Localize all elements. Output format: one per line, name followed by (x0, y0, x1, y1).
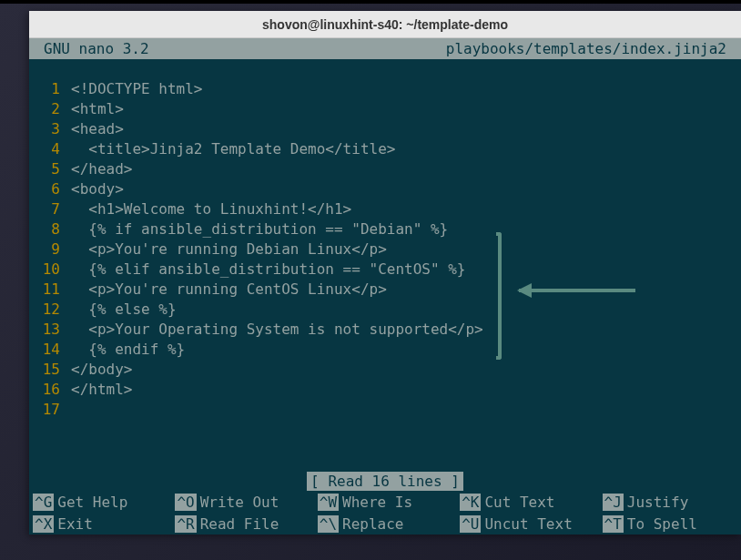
code-text: <head> (64, 119, 124, 139)
code-line[interactable]: 5</head> (29, 159, 741, 179)
shortcut-key: ^T (603, 515, 624, 533)
shortcut-key: ^G (33, 494, 54, 511)
nano-filepath: playbooks/templates/index.jinja2 (149, 40, 730, 57)
line-number: 17 (29, 400, 64, 420)
shortcut-item: ^KCut Text (456, 491, 598, 513)
shortcut-key: ^W (318, 494, 339, 511)
code-line[interactable]: 14 {% endif %} (29, 340, 741, 360)
line-number: 5 (29, 159, 64, 179)
line-number: 8 (29, 219, 64, 239)
annotation-arrow-icon (519, 289, 635, 292)
code-line[interactable]: 12 {% else %} (29, 300, 741, 320)
editor-area[interactable]: 1<!DOCTYPE html>2<html>3<head>4 <title>J… (29, 59, 741, 420)
code-line[interactable]: 10 {% elif ansible_distribution == "Cent… (29, 260, 741, 280)
shortcut-label: Cut Text (484, 494, 554, 511)
shortcut-key: ^\ (318, 515, 339, 533)
code-line[interactable]: 16</html> (29, 380, 741, 400)
line-number: 2 (29, 99, 64, 119)
shortcut-item: ^\Replace (314, 513, 456, 535)
line-number: 16 (29, 380, 64, 400)
window-title: shovon@linuxhint-s40: ~/template-demo (262, 17, 508, 32)
line-number: 3 (29, 119, 64, 139)
shortcut-key: ^U (460, 515, 481, 533)
line-number: 10 (29, 260, 64, 280)
code-text (64, 400, 71, 420)
code-text: <h1>Welcome to Linuxhint!</h1> (64, 199, 351, 219)
shortcut-label: Where Is (342, 494, 412, 511)
code-line[interactable]: 4 <title>Jinja2 Template Demo</title> (29, 139, 741, 159)
annotation-bracket (496, 232, 502, 360)
shortcut-key: ^R (175, 515, 196, 533)
shortcut-item: ^RRead File (171, 513, 313, 535)
shortcut-item: ^JJustify (599, 491, 741, 513)
terminal-window: shovon@linuxhint-s40: ~/template-demo GN… (29, 11, 741, 535)
line-number: 13 (29, 320, 64, 340)
code-text: <title>Jinja2 Template Demo</title> (64, 139, 395, 159)
shortcut-label: Uncut Text (484, 515, 572, 533)
nano-shortcuts: ^GGet Help^OWrite Out^WWhere Is^KCut Tex… (29, 491, 741, 535)
shortcut-label: Replace (342, 515, 403, 533)
shortcut-label: Exit (57, 515, 93, 533)
line-number: 15 (29, 360, 64, 380)
window-titlebar[interactable]: shovon@linuxhint-s40: ~/template-demo (29, 11, 741, 38)
code-line[interactable]: 3<head> (29, 119, 741, 139)
code-text: </head> (64, 159, 132, 179)
code-text: <p>You're running Debian Linux</p> (64, 239, 387, 260)
nano-header: GNU nano 3.2 playbooks/templates/index.j… (29, 38, 741, 59)
shortcut-item: ^TTo Spell (599, 513, 741, 535)
code-line[interactable]: 17 (29, 400, 741, 420)
shortcut-item: ^UUncut Text (456, 513, 598, 535)
status-badge: [ Read 16 lines ] (307, 472, 463, 491)
shortcut-label: Justify (627, 494, 688, 511)
code-line[interactable]: 1<!DOCTYPE html> (29, 79, 741, 99)
line-number: 4 (29, 139, 64, 159)
code-text: <html> (64, 99, 124, 119)
shortcut-key: ^X (33, 515, 54, 533)
nano-app-name: GNU nano 3.2 (40, 40, 149, 57)
code-line[interactable]: 8 {% if ansible_distribution == "Debian"… (29, 219, 741, 239)
line-number: 6 (29, 179, 64, 199)
shortcut-item: ^OWrite Out (171, 491, 313, 513)
shortcut-key: ^K (460, 494, 481, 511)
code-text: <body> (64, 179, 124, 199)
code-text: <!DOCTYPE html> (64, 79, 203, 99)
code-text: </html> (64, 380, 132, 400)
code-line[interactable]: 2<html> (29, 99, 741, 119)
code-line[interactable]: 6<body> (29, 179, 741, 199)
shortcut-key: ^O (175, 494, 196, 511)
line-number: 9 (29, 239, 64, 260)
code-text: </body> (64, 360, 132, 380)
shortcut-label: To Spell (627, 515, 697, 533)
shortcut-label: Write Out (200, 494, 279, 511)
code-line[interactable]: 7 <h1>Welcome to Linuxhint!</h1> (29, 199, 741, 219)
shortcut-item: ^GGet Help (29, 491, 171, 513)
line-number: 7 (29, 199, 64, 219)
shortcut-item: ^WWhere Is (314, 491, 456, 513)
line-number: 14 (29, 340, 64, 360)
code-line[interactable]: 15</body> (29, 360, 741, 380)
code-line[interactable]: 13 <p>Your Operating System is not suppo… (29, 320, 741, 340)
terminal-body[interactable]: GNU nano 3.2 playbooks/templates/index.j… (29, 38, 741, 535)
code-text: {% if ansible_distribution == "Debian" %… (64, 219, 448, 239)
shortcut-label: Get Help (57, 494, 127, 511)
gnome-topbar (0, 0, 741, 4)
shortcut-label: Read File (200, 515, 279, 533)
code-text: {% else %} (64, 300, 177, 320)
code-line[interactable]: 9 <p>You're running Debian Linux</p> (29, 239, 741, 260)
nano-status-line: [ Read 16 lines ] (29, 472, 741, 491)
code-text: <p>You're running CentOS Linux</p> (64, 280, 387, 300)
line-number: 12 (29, 300, 64, 320)
code-text: <p>Your Operating System is not supporte… (64, 320, 483, 340)
line-number: 1 (29, 79, 64, 99)
shortcut-item: ^XExit (29, 513, 171, 535)
shortcut-key: ^J (603, 494, 624, 511)
line-number: 11 (29, 280, 64, 300)
code-text: {% endif %} (64, 340, 185, 360)
code-text: {% elif ansible_distribution == "CentOS"… (64, 260, 465, 280)
